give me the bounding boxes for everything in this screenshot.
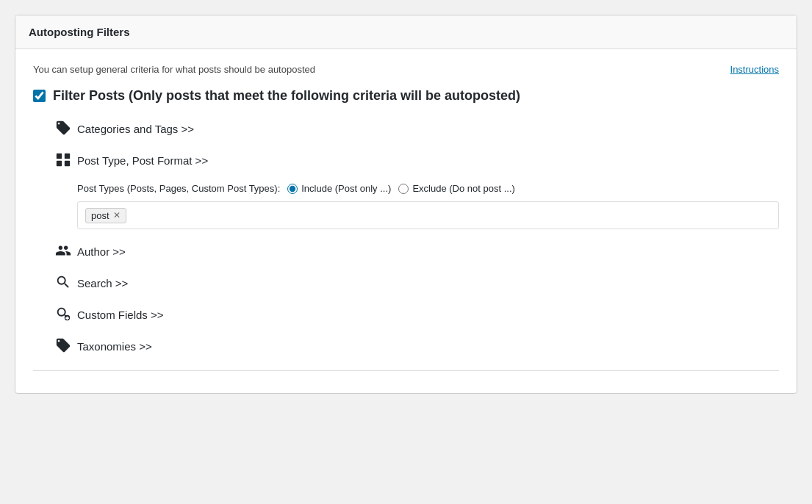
- filter-posts-row: Filter Posts (Only posts that meet the f…: [33, 88, 779, 104]
- include-radio-option[interactable]: Include (Post only ...): [287, 183, 391, 194]
- section-item-search[interactable]: Search >>: [55, 274, 779, 292]
- section-label-post-type: Post Type, Post Format >>: [77, 154, 208, 167]
- section-label-author: Author >>: [77, 245, 126, 258]
- panel-title: Autoposting Filters: [29, 26, 783, 38]
- section-label-search: Search >>: [77, 277, 128, 289]
- section-label-categories-tags: Categories and Tags >>: [77, 123, 194, 135]
- include-radio[interactable]: [287, 184, 298, 194]
- filter-posts-checkbox[interactable]: [33, 90, 46, 102]
- post-tag-post: post ✕: [85, 208, 126, 223]
- svg-rect-3: [65, 161, 70, 166]
- section-list-top: Categories and Tags >> Post Type, Post F…: [33, 120, 779, 356]
- section-item-taxonomies[interactable]: Taxonomies >>: [55, 337, 779, 356]
- svg-rect-0: [57, 154, 62, 159]
- customfields-icon: [55, 306, 71, 324]
- author-icon: [55, 242, 71, 261]
- panel-body: You can setup general criteria for what …: [15, 49, 797, 393]
- exclude-radio-option[interactable]: Exclude (Do not post ...): [398, 183, 514, 194]
- section-item-author[interactable]: Author >>: [55, 242, 779, 261]
- post-tags-input[interactable]: post ✕: [77, 201, 779, 229]
- post-tag-label: post: [91, 210, 109, 221]
- instructions-link[interactable]: Instructions: [730, 64, 779, 75]
- section-item-post-type[interactable]: Post Type, Post Format >>: [55, 151, 779, 170]
- exclude-radio-label: Exclude (Do not post ...): [412, 183, 514, 194]
- posttype-icon: [55, 151, 71, 170]
- bottom-divider: [33, 370, 779, 371]
- taxonomies-icon: [55, 337, 71, 356]
- post-type-row: Post Types (Posts, Pages, Custom Post Ty…: [77, 183, 779, 194]
- section-label-custom-fields: Custom Fields >>: [77, 309, 164, 321]
- svg-rect-2: [57, 161, 62, 166]
- svg-rect-1: [65, 154, 70, 159]
- post-tag-remove[interactable]: ✕: [113, 211, 121, 220]
- autoposting-filters-panel: Autoposting Filters You can setup genera…: [15, 15, 797, 394]
- exclude-radio[interactable]: [398, 184, 409, 194]
- filter-posts-label: Filter Posts (Only posts that meet the f…: [53, 88, 520, 104]
- post-type-section: Post Types (Posts, Pages, Custom Post Ty…: [55, 183, 779, 229]
- panel-description: You can setup general criteria for what …: [33, 64, 315, 75]
- tag-icon: [55, 120, 71, 138]
- top-row: You can setup general criteria for what …: [33, 64, 779, 75]
- panel-header: Autoposting Filters: [15, 15, 797, 49]
- section-item-custom-fields[interactable]: Custom Fields >>: [55, 306, 779, 324]
- include-radio-label: Include (Post only ...): [301, 183, 391, 194]
- section-item-categories-tags[interactable]: Categories and Tags >>: [55, 120, 779, 138]
- search-icon: [55, 274, 71, 292]
- post-types-label: Post Types (Posts, Pages, Custom Post Ty…: [77, 183, 280, 194]
- section-label-taxonomies: Taxonomies >>: [77, 340, 152, 353]
